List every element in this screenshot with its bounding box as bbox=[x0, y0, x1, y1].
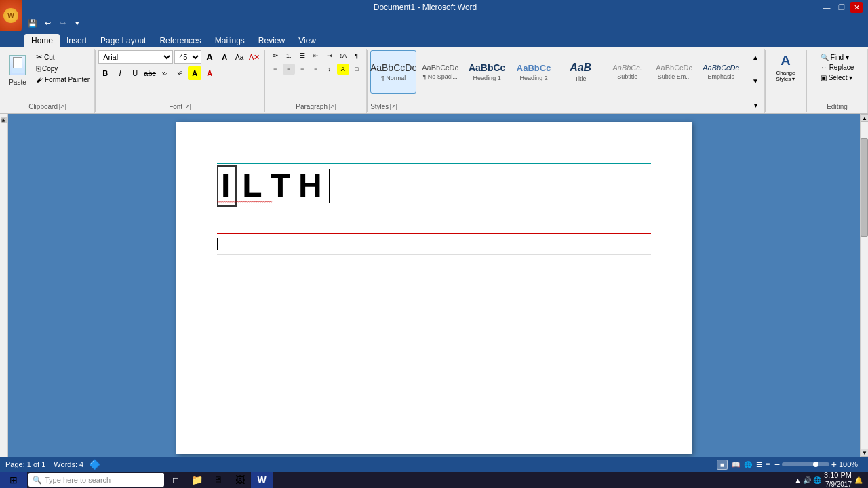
strikethrough-button[interactable]: abc bbox=[143, 66, 157, 80]
document-body-section bbox=[217, 230, 651, 255]
style-heading2[interactable]: AaBbCc Heading 2 bbox=[511, 50, 557, 94]
scroll-down-arrow[interactable]: ▼ bbox=[861, 449, 868, 457]
border-button[interactable]: □ bbox=[351, 64, 363, 75]
copy-button[interactable]: ⎘ Copy bbox=[34, 64, 92, 73]
ribbon-group-change-styles: A ChangeStyles ▾ bbox=[766, 49, 806, 113]
styles-scroll-down[interactable]: ▼ bbox=[749, 76, 762, 87]
save-button[interactable]: 💾 bbox=[26, 16, 39, 30]
task-view-button[interactable]: ◻ bbox=[165, 472, 186, 488]
justify-button[interactable]: ≡ bbox=[310, 64, 322, 75]
view-draft[interactable]: ≡ bbox=[766, 461, 770, 468]
font-size-select[interactable]: 45 bbox=[174, 50, 201, 64]
taskbar-app-word[interactable]: W bbox=[251, 472, 273, 488]
close-button[interactable]: ✕ bbox=[850, 2, 863, 13]
left-strip-icon[interactable]: ⊞ bbox=[1, 117, 7, 123]
zoom-out-button[interactable]: − bbox=[774, 459, 780, 470]
paste-button[interactable]: Paste bbox=[3, 50, 33, 103]
taskbar-app-4[interactable]: 🖼 bbox=[229, 472, 251, 488]
zoom-slider-track[interactable] bbox=[782, 462, 829, 466]
view-full-reading[interactable]: 📖 bbox=[732, 461, 740, 468]
style-subtitle[interactable]: AaBbCc. Subtitle bbox=[604, 50, 650, 94]
styles-gallery: AaBbCcDc ¶ Normal AaBbCcDc ¶ No Spaci...… bbox=[370, 50, 749, 94]
minimize-button[interactable]: — bbox=[821, 2, 833, 13]
increase-indent-button[interactable]: ⇥ bbox=[323, 50, 336, 61]
font-expand-button[interactable]: ↗ bbox=[184, 104, 191, 110]
ribbon: Paste ✂ Cut ⎘ Copy 🖌 Format Painter Clip… bbox=[0, 47, 868, 114]
style-title[interactable]: AaB Title bbox=[557, 50, 604, 94]
view-web-layout[interactable]: 🌐 bbox=[744, 461, 752, 468]
style-subtle-emphasis[interactable]: AaBbCcDc Subtle Em... bbox=[651, 50, 697, 94]
style-no-spacing[interactable]: AaBbCcDc ¶ No Spaci... bbox=[417, 50, 463, 94]
tab-view[interactable]: View bbox=[292, 34, 323, 47]
styles-expand-button[interactable]: ↗ bbox=[390, 104, 397, 110]
clear-format-button[interactable]: A✕ bbox=[248, 50, 261, 64]
vertical-scrollbar[interactable]: ▲ ▼ bbox=[860, 114, 868, 457]
scroll-track[interactable] bbox=[861, 122, 868, 449]
word-status-bar: Page: 1 of 1 Words: 4 🔷 ■ 📖 🌐 ☰ ≡ − + 10… bbox=[0, 457, 868, 472]
style-heading1[interactable]: AaBbCc Heading 1 bbox=[464, 50, 510, 94]
tab-references[interactable]: References bbox=[153, 34, 208, 47]
redo-button[interactable]: ↪ bbox=[56, 16, 69, 30]
bullets-button[interactable]: ≡• bbox=[269, 50, 281, 61]
align-left-button[interactable]: ≡ bbox=[269, 64, 281, 75]
tab-mailings[interactable]: Mailings bbox=[208, 34, 252, 47]
taskbar-app-explorer[interactable]: 📁 bbox=[186, 472, 208, 488]
superscript-button[interactable]: x² bbox=[173, 66, 186, 80]
font-grow-button[interactable]: A bbox=[203, 50, 216, 64]
select-button[interactable]: ▣ Select ▾ bbox=[818, 73, 857, 82]
replace-button[interactable]: ↔ Replace bbox=[818, 63, 857, 72]
font-color-button[interactable]: A bbox=[203, 66, 216, 80]
zoom-in-button[interactable]: + bbox=[831, 459, 837, 470]
tab-review[interactable]: Review bbox=[252, 34, 292, 47]
find-button[interactable]: 🔍 Find ▾ bbox=[818, 53, 857, 62]
underline-button[interactable]: U bbox=[128, 66, 142, 80]
tab-page-layout[interactable]: Page Layout bbox=[94, 34, 153, 47]
italic-button[interactable]: I bbox=[113, 66, 127, 80]
font-shrink-button[interactable]: A bbox=[218, 50, 231, 64]
decrease-indent-button[interactable]: ⇤ bbox=[310, 50, 322, 61]
view-print-layout[interactable]: ■ bbox=[717, 460, 728, 470]
tab-home[interactable]: Home bbox=[24, 34, 60, 47]
scroll-up-arrow[interactable]: ▲ bbox=[861, 114, 868, 122]
font-family-select[interactable]: Arial bbox=[98, 50, 173, 64]
undo-button[interactable]: ↩ bbox=[41, 16, 54, 30]
style-emphasis[interactable]: AaBbCcDc Emphasis bbox=[698, 50, 744, 94]
cut-button[interactable]: ✂ Cut bbox=[34, 52, 92, 62]
align-right-button[interactable]: ≡ bbox=[296, 64, 309, 75]
spell-check-squiggle: ~~~~~~~~~~~~~~~~~~~~~~~~~ bbox=[217, 199, 271, 205]
heading-text[interactable]: I L T H bbox=[217, 165, 651, 207]
format-painter-button[interactable]: 🖌 Format Painter bbox=[34, 75, 92, 84]
multilevel-list-button[interactable]: ☰ bbox=[296, 50, 309, 61]
zoom-slider-thumb[interactable] bbox=[813, 462, 818, 467]
tab-insert[interactable]: Insert bbox=[60, 34, 94, 47]
start-button[interactable]: ⊞ bbox=[0, 472, 27, 488]
view-outline[interactable]: ☰ bbox=[756, 461, 762, 468]
bold-button[interactable]: B bbox=[98, 66, 112, 80]
styles-scroll-up[interactable]: ▲ bbox=[749, 52, 762, 62]
sort-button[interactable]: ↕A bbox=[337, 50, 349, 61]
body-cursor-line[interactable] bbox=[217, 237, 651, 251]
align-center-button[interactable]: ≡ bbox=[283, 64, 295, 75]
spell-check-status[interactable]: 🔷 bbox=[89, 459, 100, 470]
taskbar-search[interactable]: 🔍 Type here to search bbox=[28, 473, 164, 487]
change-case-button[interactable]: Aa bbox=[233, 50, 246, 64]
show-hide-button[interactable]: ¶ bbox=[351, 50, 363, 61]
subscript-button[interactable]: x₂ bbox=[158, 66, 172, 80]
restore-button[interactable]: ❐ bbox=[835, 2, 848, 13]
taskbar-app-3[interactable]: 🖥 bbox=[208, 472, 229, 488]
style-normal[interactable]: AaBbCcDc ¶ Normal bbox=[370, 50, 416, 94]
shading-button[interactable]: A bbox=[337, 64, 349, 75]
styles-more-button[interactable]: ▾ bbox=[749, 100, 762, 110]
scroll-thumb[interactable] bbox=[861, 138, 868, 237]
clipboard-expand-button[interactable]: ↗ bbox=[59, 104, 66, 110]
change-styles-button[interactable] bbox=[780, 101, 792, 112]
office-button[interactable]: W bbox=[0, 0, 22, 31]
notification-button[interactable]: 🔔 bbox=[854, 476, 863, 484]
numbering-button[interactable]: 1. bbox=[283, 50, 295, 61]
paragraph-group-label: Paragraph ↗ bbox=[296, 103, 336, 112]
line-spacing-button[interactable]: ↕ bbox=[323, 64, 336, 75]
paragraph-expand-button[interactable]: ↗ bbox=[329, 104, 336, 110]
document-heading-section[interactable]: I L T H ~~~~~~~~~~~~~~~~~~~~~~~~~ bbox=[217, 163, 651, 209]
highlight-button[interactable]: A bbox=[188, 66, 201, 80]
quick-access-dropdown[interactable]: ▾ bbox=[71, 16, 84, 30]
